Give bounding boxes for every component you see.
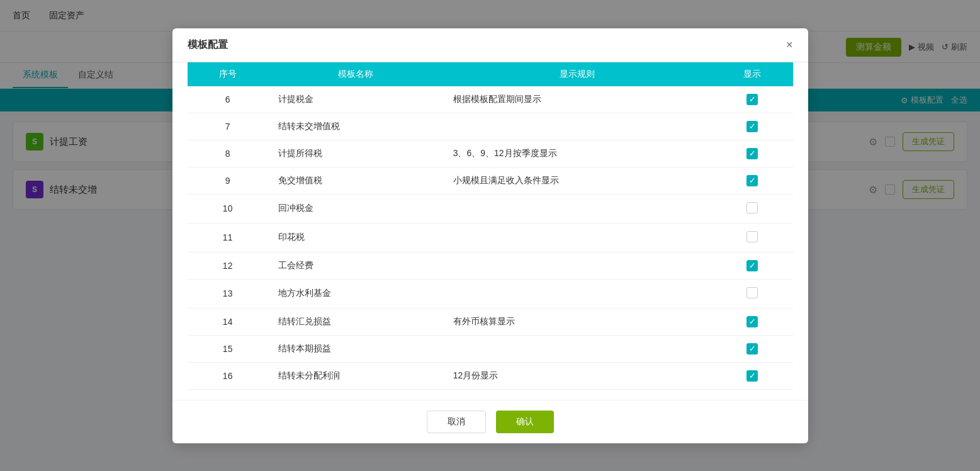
table-row: 14结转汇兑损益有外币核算显示 (188, 308, 793, 335)
modal-body: 序号 模板名称 显示规则 显示 6计提税金根据模板配置期间显示7结转未交增值税8… (172, 62, 808, 400)
checkbox-9[interactable] (746, 343, 758, 355)
table-row: 15结转本期损益 (188, 335, 793, 362)
cell-check-1 (712, 113, 792, 140)
cell-seq-1: 7 (188, 113, 268, 140)
cell-check-7 (712, 279, 792, 308)
cell-seq-0: 6 (188, 86, 268, 113)
cell-check-4 (712, 194, 792, 223)
cell-check-3 (712, 167, 792, 194)
cell-name-1: 结转未交增值税 (268, 113, 443, 140)
cell-seq-4: 10 (188, 194, 268, 223)
cell-name-3: 免交增值税 (268, 167, 443, 194)
cell-check-6 (712, 252, 792, 279)
cell-rule-4 (443, 194, 712, 223)
col-header-seq: 序号 (188, 62, 268, 86)
checkbox-4[interactable] (746, 202, 758, 213)
table-row: 10回冲税金 (188, 194, 793, 223)
table-row: 6计提税金根据模板配置期间显示 (188, 86, 793, 113)
cell-rule-9 (443, 335, 712, 362)
cell-seq-6: 12 (188, 252, 268, 279)
table-row: 16结转未分配利润12月份显示 (188, 362, 793, 389)
table-row: 8计提所得税3、6、9、12月按季度显示 (188, 140, 793, 167)
cell-name-6: 工会经费 (268, 252, 443, 279)
cell-rule-2: 3、6、9、12月按季度显示 (443, 140, 712, 167)
cell-check-9 (712, 335, 792, 362)
checkbox-2[interactable] (746, 148, 758, 159)
cell-seq-5: 11 (188, 223, 268, 252)
checkbox-5[interactable] (746, 231, 758, 242)
cell-name-7: 地方水利基金 (268, 279, 443, 308)
cell-name-10: 结转未分配利润 (268, 362, 443, 389)
table-row: 11印花税 (188, 223, 793, 252)
cell-seq-8: 14 (188, 308, 268, 335)
checkbox-3[interactable] (746, 175, 758, 186)
cell-rule-5 (443, 223, 712, 252)
col-header-display: 显示 (712, 62, 792, 86)
cell-rule-8: 有外币核算显示 (443, 308, 712, 335)
cell-name-8: 结转汇兑损益 (268, 308, 443, 335)
cell-seq-2: 8 (188, 140, 268, 167)
cell-rule-7 (443, 279, 712, 308)
cell-rule-1 (443, 113, 712, 140)
checkbox-10[interactable] (746, 370, 758, 382)
table-body: 6计提税金根据模板配置期间显示7结转未交增值税8计提所得税3、6、9、12月按季… (188, 86, 793, 390)
cell-name-0: 计提税金 (268, 86, 443, 113)
cell-rule-3: 小规模且满足收入条件显示 (443, 167, 712, 194)
confirm-button[interactable]: 确认 (496, 411, 554, 433)
checkbox-1[interactable] (746, 121, 758, 132)
cell-check-2 (712, 140, 792, 167)
cell-seq-9: 15 (188, 335, 268, 362)
table-row: 13地方水利基金 (188, 279, 793, 308)
cell-name-2: 计提所得税 (268, 140, 443, 167)
cell-name-4: 回冲税金 (268, 194, 443, 223)
col-header-name: 模板名称 (268, 62, 443, 86)
table-row: 7结转未交增值税 (188, 113, 793, 140)
table-row: 12工会经费 (188, 252, 793, 279)
cell-name-9: 结转本期损益 (268, 335, 443, 362)
col-header-rule: 显示规则 (443, 62, 712, 86)
cancel-button[interactable]: 取消 (427, 411, 486, 433)
cell-check-5 (712, 223, 792, 252)
checkbox-6[interactable] (746, 260, 758, 271)
modal-header: 模板配置 × (172, 28, 808, 62)
modal-close-button[interactable]: × (786, 39, 793, 50)
modal-footer: 取消 确认 (172, 400, 808, 443)
cell-seq-7: 13 (188, 279, 268, 308)
modal-overlay: 模板配置 × 序号 模板名称 显示规则 显示 6计提税金根据模板配置期间显示7结… (0, 0, 980, 471)
modal-template-config: 模板配置 × 序号 模板名称 显示规则 显示 6计提税金根据模板配置期间显示7结… (172, 28, 808, 443)
cell-name-5: 印花税 (268, 223, 443, 252)
modal-title: 模板配置 (188, 38, 228, 52)
cell-check-8 (712, 308, 792, 335)
cell-rule-0: 根据模板配置期间显示 (443, 86, 712, 113)
checkbox-8[interactable] (746, 316, 758, 327)
cell-seq-3: 9 (188, 167, 268, 194)
config-table: 序号 模板名称 显示规则 显示 6计提税金根据模板配置期间显示7结转未交增值税8… (188, 62, 793, 390)
cell-seq-10: 16 (188, 362, 268, 389)
cell-check-0 (712, 86, 792, 113)
table-header: 序号 模板名称 显示规则 显示 (188, 62, 793, 86)
cell-rule-10: 12月份显示 (443, 362, 712, 389)
checkbox-0[interactable] (746, 94, 758, 105)
table-row: 9免交增值税小规模且满足收入条件显示 (188, 167, 793, 194)
checkbox-7[interactable] (746, 287, 758, 298)
cell-check-10 (712, 362, 792, 389)
cell-rule-6 (443, 252, 712, 279)
